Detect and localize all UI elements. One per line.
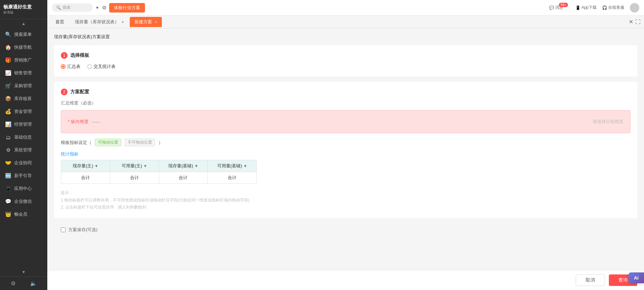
sidebar-item-label: 系统管理 [14, 147, 32, 153]
sidebar-item-appstore[interactable]: 📱 应用中心 [0, 182, 47, 195]
sidebar-item-guide[interactable]: 🆕 新手引导 [0, 169, 47, 182]
sidebar-item-label: 销售管理 [14, 70, 32, 76]
scroll-down-icon[interactable]: ▼ [22, 270, 26, 274]
sidebar-item-inventory[interactable]: 📦 库存核算 [0, 92, 47, 105]
scroll-up-icon[interactable]: ▲ [22, 21, 26, 26]
stats-col-3[interactable]: 现存量(基辅) ▼ [159, 160, 208, 172]
tip-item-1: 1.拖动标题栏可以调整布局，不可跨维度或指标区域拖动栏目字段(只能在同一维度或指… [61, 197, 630, 204]
stats-cell-2: 合计 [110, 172, 159, 184]
topbar-right: 💬 消息 99+ 📱 App下载 🎧 在线客服 [549, 3, 639, 13]
tab-expand-buttons: ✕ ⛶ [629, 19, 641, 25]
radio-crosstab[interactable]: 交叉统计表 [87, 64, 116, 70]
tab-inventory-label: 现存量（库存状况表） [75, 19, 119, 25]
radio-summary[interactable]: 汇总表 [61, 64, 80, 70]
handshake-icon: 🤝 [5, 160, 11, 166]
tips-section: 提示： 1.拖动标题栏可以调整布局，不可跨维度或指标区域拖动栏目字段(只能在同一… [61, 189, 630, 211]
step2-title: 方案配置 [70, 89, 89, 95]
tab-expand-button[interactable]: ⛶ [635, 19, 641, 25]
stats-cell-4: 合计 [208, 172, 256, 184]
tab-new-plan[interactable]: 新建方案 × [130, 17, 162, 27]
tab-new-plan-close-icon[interactable]: × [155, 20, 157, 24]
app-download-link[interactable]: 📱 App下载 [575, 5, 597, 10]
sidebar-item-label: 企业微信 [14, 198, 32, 204]
sidebar-item-marketing[interactable]: 🎁 营销推广 [0, 54, 47, 67]
trial-button[interactable]: 体验行业方案 [109, 3, 145, 13]
speaker-icon[interactable]: 🔈 [30, 280, 37, 287]
app-download-label: App下载 [581, 5, 597, 10]
sidebar-footer: ⚙ 🔈 [0, 276, 47, 290]
search-box[interactable]: 🔍 搜索 [52, 3, 93, 12]
chevron-down-icon-4[interactable]: ▼ [244, 164, 247, 168]
sidebar-item-member[interactable]: 👑 畅会员 [0, 208, 47, 221]
tab-home[interactable]: 首页 [51, 17, 69, 27]
topbar-gear-icon[interactable]: ⚙ [102, 5, 106, 11]
sidebar-item-label: 经营管理 [14, 121, 32, 127]
stats-col-2-label: 可用量(主) [122, 163, 142, 169]
scroll-up[interactable]: ▲ [0, 19, 47, 28]
stats-col-1[interactable]: 现存量(主) ▼ [61, 160, 110, 172]
save-option-footer: 方案保存(可选) [54, 223, 637, 236]
dimension-placeholder: 请选择分组维度 [593, 119, 623, 125]
sidebar-item-wechat[interactable]: 💬 企业微信 [0, 195, 47, 208]
stats-col-2[interactable]: 可用量(主) ▼ [110, 160, 159, 172]
headset-icon: 🎧 [602, 5, 607, 10]
new-icon: 🆕 [5, 173, 11, 179]
tab-inventory-status[interactable]: 现存量（库存状况表） × [70, 17, 128, 27]
stats-col-3-label: 现存量(基辅) [168, 163, 193, 169]
main-area: 🔍 搜索 ▼ ⚙ 体验行业方案 💬 消息 99+ 📱 App下载 🎧 在线客服 [47, 0, 644, 290]
crown-icon: 👑 [5, 211, 11, 217]
app-title: 畅康通好生意 [3, 4, 44, 10]
content-area: 现存量(库存状况表)方案设置 1 选择模板 汇总表 交叉统计表 2 [47, 28, 644, 270]
stats-col-4-label: 可用量(基辅) [217, 163, 242, 169]
cancel-button[interactable]: 取消 [576, 274, 605, 286]
topbar-left: 🔍 搜索 ▼ ⚙ 体验行业方案 [52, 3, 546, 13]
online-service-label: 在线客服 [608, 5, 624, 10]
user-avatar[interactable] [630, 3, 639, 13]
stats-col-1-label: 现存量(主) [73, 163, 93, 169]
sidebar-item-basic[interactable]: 🗂 基础信息 [0, 131, 47, 144]
gear-icon: ⚙ [5, 147, 11, 153]
search-icon: 🔍 [5, 31, 11, 38]
notification-bell[interactable]: 💬 消息 99+ [549, 5, 563, 10]
tip-item-2: 2. 点击标题栏下拉可设置排序、插入列和删除列 [61, 204, 630, 211]
settings-footer-icon[interactable]: ⚙ [11, 280, 16, 287]
chevron-down-icon-3[interactable]: ▼ [195, 164, 198, 168]
sidebar-item-purchase[interactable]: 🛒 采购管理 [0, 79, 47, 92]
topbar: 🔍 搜索 ▼ ⚙ 体验行业方案 💬 消息 99+ 📱 App下载 🎧 在线客服 [47, 0, 644, 16]
sidebar-item-search[interactable]: 🔍 搜索菜单 [0, 28, 47, 41]
draggable-tag: 可拖动位置 [95, 139, 121, 146]
chevron-down-icon-2[interactable]: ▼ [144, 164, 147, 168]
page-title: 现存量(库存状况表)方案设置 [54, 34, 637, 40]
indicator-setting-label: 模板指标设定（ [61, 140, 92, 146]
step1-header: 1 选择模板 [61, 52, 630, 59]
stats-col-4[interactable]: 可用量(基辅) ▼ [208, 160, 256, 172]
sidebar-item-operations[interactable]: 📊 经营管理 [0, 118, 47, 131]
stats-table-row: 合计 合计 合计 合计 [61, 172, 256, 184]
dimension-row[interactable]: * 纵向维度 —— 请选择分组维度 [61, 110, 630, 133]
non-draggable-tag: 不可拖动位置 [125, 139, 155, 146]
ai-button[interactable]: Ai [628, 272, 644, 283]
stats-section-label: 统计指标 [61, 151, 630, 157]
tabs-bar: 首页 现存量（库存状况表） × 新建方案 × ✕ ⛶ [47, 16, 644, 28]
stats-cell-1: 合计 [61, 172, 110, 184]
sidebar-item-nav[interactable]: 🏠 快捷导航 [0, 41, 47, 54]
chevron-down-icon-1[interactable]: ▼ [95, 164, 98, 168]
dropdown-icon[interactable]: ▼ [95, 5, 99, 10]
save-checkbox[interactable] [61, 227, 66, 232]
sidebar-item-label: 搜索菜单 [14, 31, 32, 38]
sidebar-item-cooperation[interactable]: 🤝 企业协同 [0, 156, 47, 169]
app-logo: 畅康通好生意 标准版 [0, 0, 47, 19]
folder-icon: 🗂 [5, 135, 11, 140]
tab-close-button[interactable]: ✕ [629, 19, 633, 25]
bell-icon: 💬 [549, 5, 554, 10]
radio-crosstab-label: 交叉统计表 [94, 64, 116, 70]
scroll-down[interactable]: ▼ [0, 268, 47, 276]
online-service-link[interactable]: 🎧 在线客服 [602, 5, 624, 10]
stats-table: 现存量(主) ▼ 可用量(主) ▼ 现存量(基辅) ▼ 可用量(基辅) ▼ [61, 160, 257, 184]
tab-inventory-close-icon[interactable]: × [122, 20, 124, 24]
sidebar-item-system[interactable]: ⚙ 系统管理 [0, 144, 47, 156]
tab-new-plan-label: 新建方案 [134, 19, 152, 25]
sidebar-item-sales[interactable]: 📈 销售管理 [0, 67, 47, 79]
sidebar-item-finance[interactable]: 💰 资金管理 [0, 105, 47, 118]
radio-summary-label: 汇总表 [67, 64, 80, 70]
